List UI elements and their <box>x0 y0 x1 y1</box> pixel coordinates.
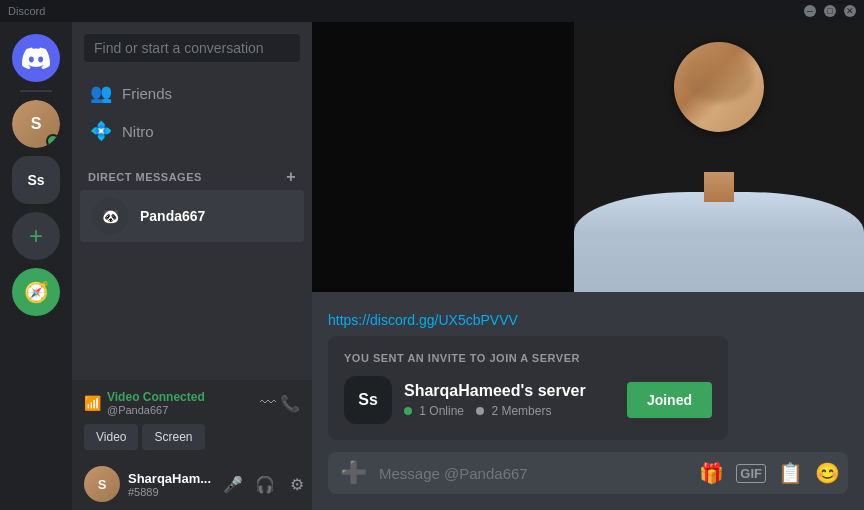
nitro-label: Nitro <box>122 123 154 140</box>
invite-link[interactable]: https://discord.gg/UX5cbPVVV <box>328 304 848 336</box>
nitro-icon: 💠 <box>90 120 112 142</box>
close-button[interactable]: ✕ <box>844 5 856 17</box>
app-body: S Ss + 🧭 👥 Friends 💠 Nitro DI <box>0 22 864 510</box>
add-attachment-button[interactable]: ➕ <box>336 452 371 494</box>
discord-home-button[interactable] <box>12 34 60 82</box>
mic-button[interactable]: 🎤 <box>219 470 247 498</box>
explore-icon: 🧭 <box>24 280 49 304</box>
invite-body: Ss SharqaHameed's server 1 Online 2 Memb… <box>344 376 712 424</box>
user-info: SharqaHam... #5889 <box>128 471 211 498</box>
dm-sidebar: 👥 Friends 💠 Nitro DIRECT MESSAGES + 🐼 Pa… <box>72 22 312 510</box>
online-dot <box>404 407 412 415</box>
video-area <box>312 22 864 292</box>
invite-stats: 1 Online 2 Members <box>404 404 615 418</box>
dm-user-panda667[interactable]: 🐼 Panda667 <box>80 190 304 242</box>
voice-username: @Panda667 <box>107 404 205 416</box>
dm-header-label: DIRECT MESSAGES <box>88 171 202 183</box>
invite-server-name: SharqaHameed's server <box>404 382 615 400</box>
panda667-avatar: 🐼 <box>92 198 128 234</box>
search-area <box>72 22 312 74</box>
signal-icon: 📶 <box>84 395 101 411</box>
member-dot <box>476 407 484 415</box>
video-feed <box>574 22 864 292</box>
invite-card-label: YOU SENT AN INVITE TO JOIN A SERVER <box>344 352 712 364</box>
voice-leave-icon[interactable]: 📞 <box>280 394 300 413</box>
add-icon: + <box>29 222 43 250</box>
voice-controls: Video Screen <box>84 424 300 450</box>
invite-card: YOU SENT AN INVITE TO JOIN A SERVER Ss S… <box>328 336 728 440</box>
friends-label: Friends <box>122 85 172 102</box>
app-title: Discord <box>8 5 45 17</box>
direct-messages-header: DIRECT MESSAGES + <box>72 150 312 190</box>
friends-icon: 👥 <box>90 82 112 104</box>
guild-sidebar: S Ss + 🧭 <box>0 22 72 510</box>
online-stat: 1 Online <box>404 404 464 418</box>
maximize-button[interactable]: □ <box>824 5 836 17</box>
explore-servers-button[interactable]: 🧭 <box>12 268 60 316</box>
panda667-username: Panda667 <box>140 208 205 224</box>
invite-server-initials: Ss <box>358 391 378 409</box>
main-content: https://discord.gg/UX5cbPVVV YOU SENT AN… <box>312 22 864 510</box>
minimize-button[interactable]: ─ <box>804 5 816 17</box>
message-input[interactable] <box>379 454 691 493</box>
gift-icon[interactable]: 🎁 <box>699 461 724 485</box>
voice-status: 📶 Video Connected @Panda667 〰 📞 <box>84 390 300 416</box>
self-username: SharqaHam... <box>128 471 211 486</box>
add-dm-button[interactable]: + <box>286 168 296 186</box>
sticker-icon[interactable]: 📋 <box>778 461 803 485</box>
voice-panel: 📶 Video Connected @Panda667 〰 📞 Video Sc… <box>72 380 312 458</box>
screen-share-button[interactable]: Screen <box>142 424 204 450</box>
invite-server-icon: Ss <box>344 376 392 424</box>
guild-separator <box>20 90 52 92</box>
window-controls: ─ □ ✕ <box>804 5 856 17</box>
invite-info: SharqaHameed's server 1 Online 2 Members <box>404 382 615 418</box>
nav-friends[interactable]: 👥 Friends <box>80 74 304 112</box>
titlebar: Discord ─ □ ✕ <box>0 0 864 22</box>
message-input-wrapper: ➕ 🎁 GIF 📋 😊 <box>328 452 848 494</box>
server-initials: Ss <box>27 172 44 188</box>
online-indicator <box>46 134 60 148</box>
panda-emoji: 🐼 <box>102 208 119 224</box>
join-server-button[interactable]: Joined <box>627 382 712 418</box>
self-avatar: S <box>84 466 120 502</box>
message-actions: 🎁 GIF 📋 😊 <box>699 461 840 485</box>
user-panel: S SharqaHam... #5889 🎤 🎧 ⚙ <box>72 458 312 510</box>
search-input[interactable] <box>84 34 300 62</box>
settings-button[interactable]: ⚙ <box>283 470 311 498</box>
user-controls: 🎤 🎧 ⚙ <box>219 470 311 498</box>
voice-wave-icon[interactable]: 〰 <box>260 394 276 413</box>
chat-area: https://discord.gg/UX5cbPVVV YOU SENT AN… <box>312 292 864 452</box>
video-button[interactable]: Video <box>84 424 138 450</box>
server-icon-ss[interactable]: Ss <box>12 156 60 204</box>
self-tag: #5889 <box>128 486 211 498</box>
emoji-icon[interactable]: 😊 <box>815 461 840 485</box>
voice-connected-text: Video Connected <box>107 390 205 404</box>
dm-nav: 👥 Friends 💠 Nitro <box>72 74 312 150</box>
nav-nitro[interactable]: 💠 Nitro <box>80 112 304 150</box>
add-server-button[interactable]: + <box>12 212 60 260</box>
user-avatar-guild[interactable]: S <box>12 100 60 148</box>
member-stat: 2 Members <box>476 404 551 418</box>
headset-button[interactable]: 🎧 <box>251 470 279 498</box>
gif-button[interactable]: GIF <box>736 464 766 483</box>
message-input-area: ➕ 🎁 GIF 📋 😊 <box>312 452 864 510</box>
